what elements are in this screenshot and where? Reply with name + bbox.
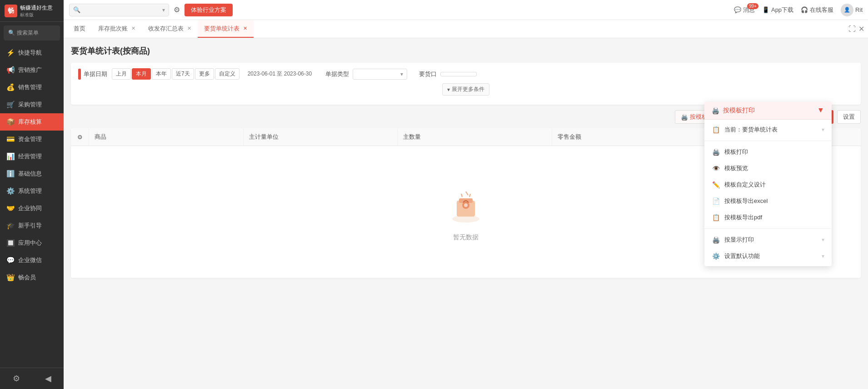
top-search-bar[interactable]: 🔍 ▾ — [69, 4, 169, 16]
trial-button[interactable]: 体验行业方案 — [185, 4, 233, 16]
date-filter-label: 单据日期 — [84, 70, 107, 78]
dropdown-item-export-pdf[interactable]: 📋 按模板导出pdf — [704, 209, 832, 226]
tabs-bar: 首页 库存批次账 ✕ 收发存汇总表 ✕ 要货单统计表 ✕ ⛶ ✕ — [64, 20, 868, 38]
sidebar-bottom: ⚙ ◀ — [0, 368, 64, 389]
tab-collection-summary[interactable]: 收发存汇总表 ✕ — [142, 20, 198, 38]
sidebar-item-finance[interactable]: 💳 资金管理 — [0, 131, 64, 148]
inventory-icon: 📦 — [6, 118, 15, 126]
dropdown-item-template-print[interactable]: 🖨️ 模板打印 — [704, 144, 832, 160]
filter-row-expand: ▾ 展开更多条件 — [78, 83, 853, 96]
search-dropdown-icon[interactable]: ▾ — [162, 7, 165, 13]
maximize-icon[interactable]: ⛶ — [848, 25, 856, 33]
tab-home-label: 首页 — [74, 25, 85, 33]
service-icon: 🎧 — [801, 6, 808, 13]
th-unit: 主计量单位 — [244, 128, 398, 146]
th-settings[interactable]: ⚙ — [71, 128, 89, 146]
sidebar-item-label: 快捷导航 — [18, 49, 42, 57]
dropdown-current-label: 当前：要货单统计表 — [724, 126, 778, 134]
sidebar: 畅 畅赚通好生意 标准版 🔍 搜索菜单 ⚡ 快捷导航 📢 营销推广 💰 销售管理… — [0, 0, 64, 389]
marketing-icon: 📢 — [6, 66, 15, 74]
gear-button[interactable]: ⚙ — [174, 5, 180, 14]
export-pdf-icon: 📋 — [712, 214, 720, 221]
app-logo-text: 畅赚通好生意 标准版 — [20, 5, 53, 18]
message-btn[interactable]: 💬 消息 99+ — [734, 6, 755, 14]
current-item-arrow: ▾ — [822, 126, 824, 133]
dropdown-main-items: 🖨️ 模板打印 👁️ 模板预览 ✏️ 模板自定义设计 📄 按模板导出excel … — [704, 142, 832, 227]
sidebar-item-quick-nav[interactable]: ⚡ 快捷导航 — [0, 44, 64, 61]
date-btn-this-year[interactable]: 本年 — [152, 68, 171, 80]
sidebar-item-label: 系统管理 — [18, 187, 42, 195]
tab-order-stats[interactable]: 要货单统计表 ✕ — [198, 20, 254, 38]
sidebar-item-purchase[interactable]: 🛒 采购管理 — [0, 96, 64, 113]
dropdown-divider-1 — [704, 141, 832, 141]
dropdown-item-display-print[interactable]: 🖨️ 按显示打印 ▾ — [704, 232, 832, 248]
type-select[interactable]: ▾ — [353, 69, 407, 80]
close-tab-icon[interactable]: ✕ — [858, 25, 864, 33]
main-area: 🔍 ▾ ⚙ 体验行业方案 💬 消息 99+ 📱 App下载 🎧 在线客服 👤 R… — [64, 0, 868, 389]
sidebar-item-label: 营销推广 — [18, 66, 42, 74]
date-btn-7days[interactable]: 近7天 — [172, 68, 194, 80]
dropdown-current-item[interactable]: 📋 当前：要货单统计表 ▾ — [704, 121, 832, 138]
sidebar-item-marketing[interactable]: 📢 营销推广 — [0, 61, 64, 79]
tab-collection-summary-label: 收发存汇总表 — [148, 25, 184, 33]
template-print-label: 模板打印 — [724, 148, 748, 156]
sidebar-item-member[interactable]: 👑 畅会员 — [0, 269, 64, 286]
expand-more-btn[interactable]: ▾ 展开更多条件 — [442, 83, 489, 96]
settings-btn[interactable]: 设置 — [837, 110, 861, 124]
sidebar-item-label: 基础信息 — [18, 170, 42, 178]
close-tab-collection-summary[interactable]: ✕ — [187, 25, 191, 31]
goods-select[interactable] — [440, 72, 477, 76]
sidebar-item-cooperation[interactable]: 🤝 企业协同 — [0, 200, 64, 217]
finance-icon: 💳 — [6, 135, 15, 143]
dropdown-item-template-preview[interactable]: 👁️ 模板预览 — [704, 160, 832, 177]
collapse-btn[interactable]: ◀ — [41, 372, 55, 385]
user-avatar[interactable]: 👤 Rit — [841, 4, 863, 16]
dropdown-close-btn[interactable]: ▲ — [817, 106, 824, 115]
export-excel-icon: 📄 — [712, 197, 720, 205]
wechat-icon: 💬 — [6, 256, 15, 264]
current-item-icon: 📋 — [712, 126, 720, 133]
date-btn-custom[interactable]: 自定义 — [215, 68, 239, 80]
dropdown-item-set-default[interactable]: ⚙️ 设置默认功能 ▾ — [704, 248, 832, 264]
quick-nav-icon: ⚡ — [6, 49, 15, 57]
close-tab-order-stats[interactable]: ✕ — [243, 25, 247, 31]
date-btn-more[interactable]: 更多 — [195, 68, 214, 80]
sidebar-item-label: 采购管理 — [18, 101, 42, 109]
empty-illustration — [443, 182, 489, 228]
template-preview-icon: 👁️ — [712, 165, 720, 172]
close-tab-inventory-batch[interactable]: ✕ — [131, 25, 135, 31]
date-btn-this-month[interactable]: 本月 — [132, 68, 151, 80]
online-service-btn[interactable]: 🎧 在线客服 — [801, 6, 833, 14]
sidebar-item-sales[interactable]: 💰 销售管理 — [0, 79, 64, 96]
display-print-icon: 🖨️ — [712, 236, 720, 243]
tab-inventory-batch[interactable]: 库存批次账 ✕ — [92, 20, 142, 38]
sidebar-item-basic[interactable]: ℹ️ 基础信息 — [0, 165, 64, 182]
sidebar-item-wechat[interactable]: 💬 企业微信 — [0, 252, 64, 269]
purchase-icon: 🛒 — [6, 101, 15, 109]
svg-point-4 — [464, 203, 468, 207]
dropdown-print-icon: 🖨️ — [712, 107, 719, 114]
settings-bottom-btn[interactable]: ⚙ — [9, 372, 24, 385]
dropdown-title: 按模板打印 — [723, 106, 755, 115]
app-download-label: App下载 — [771, 6, 793, 14]
sidebar-item-label: 库存核算 — [18, 118, 42, 126]
sidebar-item-app-center[interactable]: 🔲 应用中心 — [0, 234, 64, 252]
sidebar-item-newbie[interactable]: 🎓 新手引导 — [0, 217, 64, 234]
sidebar-search-btn[interactable]: 🔍 搜索菜单 — [4, 25, 60, 40]
dropdown-current-section: 📋 当前：要货单统计表 ▾ — [704, 120, 832, 140]
template-preview-label: 模板预览 — [724, 164, 748, 172]
tab-home[interactable]: 首页 — [67, 20, 92, 38]
expand-icon: ▾ — [447, 86, 450, 93]
sidebar-item-operation[interactable]: 📊 经营管理 — [0, 148, 64, 165]
app-download-btn[interactable]: 📱 App下载 — [762, 6, 793, 14]
sidebar-item-system[interactable]: ⚙️ 系统管理 — [0, 182, 64, 200]
date-btn-prev-month[interactable]: 上月 — [112, 68, 131, 80]
template-print-icon: 🖨️ — [712, 148, 720, 156]
sidebar-item-inventory[interactable]: 📦 库存核算 — [0, 113, 64, 131]
dropdown-item-export-excel[interactable]: 📄 按模板导出excel — [704, 193, 832, 209]
print-icon: 🖨️ — [681, 114, 688, 121]
dropdown-item-template-custom[interactable]: ✏️ 模板自定义设计 — [704, 177, 832, 193]
search-input[interactable] — [82, 7, 160, 13]
app-center-icon: 🔲 — [6, 239, 15, 247]
sidebar-item-label: 销售管理 — [18, 83, 42, 91]
